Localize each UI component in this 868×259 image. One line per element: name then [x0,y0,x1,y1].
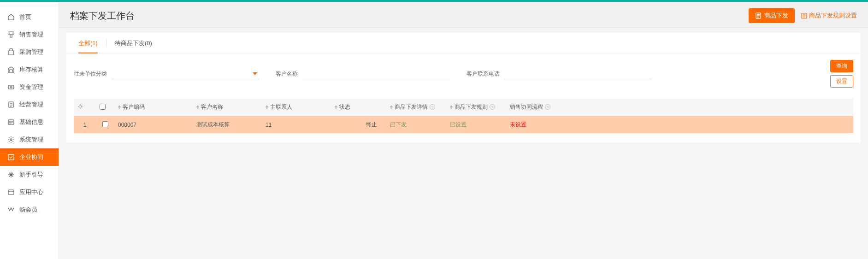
field-label: 客户名称 [276,70,298,78]
collab-icon [7,153,15,161]
home-icon [7,13,15,21]
tab-divider [106,39,106,47]
sidebar-item-purchase[interactable]: 采购管理 [0,43,59,61]
sparkle-icon [7,171,15,178]
svg-rect-6 [8,190,14,194]
category-select[interactable] [112,69,259,79]
svg-point-9 [80,106,82,107]
help-icon[interactable]: ? [490,104,495,110]
sidebar-item-collaboration[interactable]: 企业协同 [0,148,59,166]
sidebar-item-sales[interactable]: 销售管理 [0,26,59,43]
sidebar-item-label: 采购管理 [19,48,43,56]
sidebar-item-label: 首页 [19,13,31,21]
panel: 全部(1) 待商品下发(0) 往来单位分类 客户名称 [66,33,861,142]
sidebar-item-business[interactable]: 经营管理 [0,96,59,113]
tab-pending[interactable]: 待商品下发(0) [110,33,157,53]
col-main-contact[interactable]: 主联系人 [262,99,331,116]
sidebar-item-guide[interactable]: 新手引导 [0,166,59,183]
sidebar-item-label: 企业协同 [19,153,43,161]
sidebar-item-vip[interactable]: 畅会员 [0,201,59,218]
sidebar-item-label: 库存核算 [19,65,43,74]
sidebar-item-basedata[interactable]: 基础信息 [0,113,59,131]
tab-all[interactable]: 全部(1) [74,33,102,53]
sidebar-item-finance[interactable]: 资金管理 [0,78,59,96]
link-label: 商品下发规则设置 [809,12,857,20]
select-all-checkbox[interactable] [100,104,106,110]
customer-phone-input[interactable] [504,69,652,79]
cell-name: 测试成本核算 [193,116,262,134]
page-header: 档案下发工作台 商品下发 商品下发规则设置 [59,2,868,28]
query-button[interactable]: 查询 [830,60,853,72]
sort-icon [335,105,337,109]
col-label: 客户编码 [123,104,145,110]
col-settings[interactable] [74,99,96,116]
filter-bar: 往来单位分类 客户名称 客户联系电话 查询 [66,53,861,94]
help-icon[interactable]: ? [430,104,435,110]
col-status[interactable]: 状态 [331,99,386,116]
cell-contact: 11 [262,116,331,134]
col-label: 客户名称 [201,104,223,110]
table-row[interactable]: 1 000007 测试成本核算 11 终止 已下发 已设置 未设置 [74,116,853,134]
col-label: 商品下发详情 [395,104,428,110]
sidebar-item-label: 应用中心 [19,188,43,196]
gear-icon [7,136,15,143]
sidebar-item-label: 畅会员 [19,206,37,214]
clipboard-icon [7,101,15,108]
customer-table: 客户编码 客户名称 主联系人 状态 商品下发详情? 商品下发规则? 销售协同流程… [74,99,853,133]
sidebar-item-label: 新手引导 [19,171,43,179]
dispatch-rule-link[interactable]: 已设置 [450,121,466,128]
sort-icon [118,105,121,109]
warehouse-icon [7,66,15,73]
main-content: 档案下发工作台 商品下发 商品下发规则设置 全部(1) 待商品下发(0) [59,2,868,259]
tabs: 全部(1) 待商品下发(0) [66,33,861,53]
field-label: 客户联系电话 [466,70,500,78]
sort-icon [450,105,453,109]
dispatch-rules-link[interactable]: 商品下发规则设置 [801,12,857,20]
help-icon[interactable]: ? [545,104,550,110]
filter-settings-button[interactable]: 设置 [830,75,853,88]
rules-icon [801,13,807,19]
svg-rect-5 [8,154,14,160]
filter-customer-phone: 客户联系电话 [466,69,652,79]
col-customer-name[interactable]: 客户名称 [193,99,262,116]
cell-status: 终止 [331,116,386,134]
col-dispatch-rule[interactable]: 商品下发规则? [446,99,506,116]
sidebar-item-inventory[interactable]: 库存核算 [0,61,59,78]
document-icon [755,12,762,19]
sales-flow-link[interactable]: 未设置 [510,121,526,128]
sidebar-item-home[interactable]: 首页 [0,8,59,26]
col-sales-flow: 销售协同流程? [506,99,853,116]
money-icon [7,83,15,91]
col-label: 主联系人 [270,104,292,110]
col-checkbox [96,99,114,116]
col-dispatch-detail[interactable]: 商品下发详情? [386,99,446,116]
sidebar-item-system[interactable]: 系统管理 [0,131,59,148]
button-label: 商品下发 [764,12,788,20]
header-actions: 商品下发 商品下发规则设置 [749,8,857,23]
bag-icon [7,48,15,56]
row-checkbox[interactable] [102,121,108,127]
gear-icon [77,103,84,110]
list-icon [7,118,15,126]
badge-icon [7,31,15,38]
sidebar-item-label: 基础信息 [19,118,43,126]
sidebar-item-apps[interactable]: 应用中心 [0,183,59,201]
customer-name-input[interactable] [302,69,450,79]
filter-category: 往来单位分类 [74,69,259,79]
sort-icon [266,105,268,109]
apps-icon [7,188,15,196]
sidebar-item-label: 资金管理 [19,83,43,91]
sort-icon [196,105,199,109]
table-container: 客户编码 客户名称 主联系人 状态 商品下发详情? 商品下发规则? 销售协同流程… [66,94,861,142]
page-title: 档案下发工作台 [70,10,135,22]
svg-rect-0 [8,85,14,89]
dispatch-detail-link[interactable]: 已下发 [390,121,407,128]
col-label: 销售协同流程 [510,104,543,110]
dispatch-goods-button[interactable]: 商品下发 [749,8,795,23]
sidebar-item-label: 经营管理 [19,100,43,109]
cell-code: 000007 [114,116,193,134]
field-label: 往来单位分类 [74,70,107,78]
col-customer-code[interactable]: 客户编码 [114,99,193,116]
col-label: 状态 [339,104,350,110]
vip-icon [7,206,15,213]
